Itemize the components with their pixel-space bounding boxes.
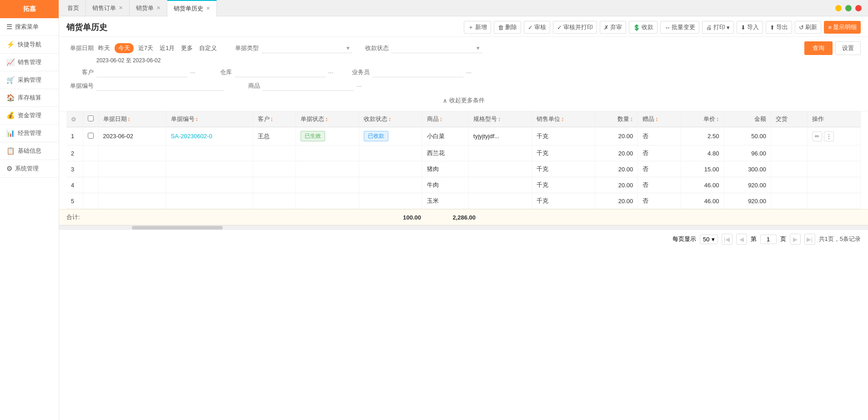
cell-doc-date bbox=[98, 193, 166, 209]
table-settings-icon[interactable]: ⚙ bbox=[71, 116, 76, 123]
col-doc-no[interactable]: 单据编号↕ bbox=[166, 111, 253, 127]
warehouse-input[interactable] bbox=[235, 67, 326, 77]
show-detail-button[interactable]: ≡ 显示明细 bbox=[824, 21, 861, 34]
tab-sales-order[interactable]: 销售订单 ✕ bbox=[86, 0, 130, 16]
first-page-button[interactable]: |◀ bbox=[722, 234, 733, 245]
collapse-label: 收起更多条件 bbox=[449, 96, 485, 105]
next-page-button[interactable]: ▶ bbox=[790, 234, 801, 245]
shortcut-yesterday[interactable]: 昨天 bbox=[96, 43, 112, 53]
collapse-button[interactable]: ∧ 收起更多条件 bbox=[441, 95, 487, 106]
sidebar-item-quick-nav[interactable]: ⚡ 快捷导航 bbox=[0, 36, 59, 54]
shortcut-custom[interactable]: 自定义 bbox=[197, 43, 219, 53]
cell-unit-price: 4.80 bbox=[681, 145, 724, 161]
delete-button[interactable]: 🗑 删除 bbox=[494, 21, 521, 34]
sidebar-item-sales-mgmt[interactable]: 📈 销售管理 bbox=[0, 54, 59, 71]
col-customer[interactable]: 客户↕ bbox=[253, 111, 296, 127]
select-all-checkbox[interactable] bbox=[88, 115, 94, 121]
edit-action-button[interactable]: ✏ bbox=[812, 131, 822, 141]
col-qty[interactable]: 数量↕ bbox=[595, 111, 638, 127]
col-collect-status[interactable]: 收款状态↕ bbox=[359, 111, 422, 127]
goods-ellipsis[interactable]: ··· bbox=[356, 82, 362, 90]
scrollbar-thumb[interactable] bbox=[132, 226, 223, 230]
sidebar: 拓嘉 ☰ 搜索菜单 ⚡ 快捷导航 📈 销售管理 🛒 采购管理 🏠 库存核算 💰 … bbox=[0, 0, 59, 420]
cell-gift: 否 bbox=[638, 177, 681, 193]
total-qty: 100.00 bbox=[103, 214, 421, 221]
spec-sort-icon: ↕ bbox=[498, 115, 501, 122]
col-unit-price[interactable]: 单价↕ bbox=[681, 111, 724, 127]
customer-input[interactable] bbox=[96, 67, 187, 77]
col-doc-status[interactable]: 单据状态↕ bbox=[296, 111, 359, 127]
tab-sales-goods[interactable]: 销货单 ✕ bbox=[130, 0, 167, 16]
shortcut-1month[interactable]: 近1月 bbox=[158, 43, 176, 53]
shortcut-today[interactable]: 今天 bbox=[115, 43, 134, 53]
more-action-button[interactable]: ⋮ bbox=[824, 131, 834, 141]
last-page-button[interactable]: ▶| bbox=[804, 234, 815, 245]
maximize-button[interactable] bbox=[845, 5, 852, 11]
collapse-up-icon: ∧ bbox=[443, 97, 447, 104]
goods-input[interactable] bbox=[263, 81, 354, 91]
table-row: 4 牛肉 千克 20.00 否 46.00 920.00 bbox=[66, 177, 861, 193]
tab-sales-order-close[interactable]: ✕ bbox=[119, 5, 123, 11]
sidebar-item-inventory[interactable]: 🏠 库存核算 bbox=[0, 89, 59, 107]
batch-change-button[interactable]: ↔ 批量变更 bbox=[660, 21, 699, 34]
tab-sales-history-close[interactable]: ✕ bbox=[206, 5, 210, 11]
prev-page-button[interactable]: ◀ bbox=[736, 234, 747, 245]
refresh-icon: ↺ bbox=[799, 24, 804, 31]
row-checkbox[interactable] bbox=[88, 133, 94, 139]
sidebar-item-basic-info[interactable]: 📋 基础信息 bbox=[0, 142, 59, 160]
tab-sales-history[interactable]: 销货单历史 ✕ bbox=[167, 0, 217, 16]
doc-date-sort-icon: ↕ bbox=[128, 115, 131, 122]
collect-status-select[interactable]: ▾ bbox=[391, 43, 482, 53]
cell-doc-no bbox=[166, 193, 253, 209]
page-size-select[interactable]: 50 ▾ bbox=[700, 235, 717, 244]
warehouse-ellipsis[interactable]: ··· bbox=[328, 69, 334, 76]
sidebar-item-system[interactable]: ⚙ 系统管理 bbox=[0, 160, 59, 178]
cell-amount: 300.00 bbox=[724, 161, 771, 177]
collect-status-arrow: ▾ bbox=[477, 45, 480, 51]
doc-no-link[interactable]: SA-20230602-0 bbox=[171, 133, 212, 140]
query-button[interactable]: 查询 bbox=[804, 41, 833, 55]
shortcut-more[interactable]: 更多 bbox=[179, 43, 195, 53]
cell-gift: 否 bbox=[638, 127, 681, 145]
horizontal-scrollbar[interactable] bbox=[59, 225, 868, 230]
tab-sales-goods-label: 销货单 bbox=[136, 4, 154, 12]
sidebar-item-purchase-mgmt[interactable]: 🛒 采购管理 bbox=[0, 71, 59, 89]
abandon-button[interactable]: ✗ 弃审 bbox=[600, 21, 626, 34]
staff-input[interactable] bbox=[372, 67, 463, 77]
cell-doc-no bbox=[166, 161, 253, 177]
cell-qty: 20.00 bbox=[595, 193, 638, 209]
col-action-label: 操作 bbox=[812, 115, 824, 122]
cell-doc-status: 已生效 bbox=[296, 127, 359, 145]
page-input[interactable] bbox=[760, 235, 777, 244]
export-button[interactable]: ⬆ 导出 bbox=[766, 21, 792, 34]
new-button[interactable]: ＋ 新增 bbox=[464, 21, 491, 34]
audit-print-button[interactable]: ✓ 审核并打印 bbox=[553, 21, 597, 34]
close-button[interactable] bbox=[855, 5, 862, 11]
collect-button[interactable]: 💲 收款 bbox=[629, 21, 657, 34]
sidebar-item-operations[interactable]: 📊 经营管理 bbox=[0, 125, 59, 142]
audit-button[interactable]: ✓ 审核 bbox=[524, 21, 550, 34]
customer-ellipsis[interactable]: ··· bbox=[190, 69, 196, 76]
doctype-select[interactable]: ▾ bbox=[261, 43, 352, 53]
shortcut-7days[interactable]: 近7天 bbox=[136, 43, 155, 53]
docno-input[interactable] bbox=[96, 81, 224, 91]
tab-sales-goods-close[interactable]: ✕ bbox=[156, 5, 161, 11]
col-doc-date[interactable]: 单据日期↕ bbox=[98, 111, 166, 127]
goods-label: 商品 bbox=[233, 82, 260, 90]
cell-checkbox bbox=[83, 127, 98, 145]
col-spec[interactable]: 规格型号↕ bbox=[469, 111, 532, 127]
staff-ellipsis[interactable]: ··· bbox=[466, 69, 472, 76]
sidebar-item-search-menu[interactable]: ☰ 搜索菜单 bbox=[0, 18, 59, 36]
col-settings[interactable]: ⚙ bbox=[66, 111, 83, 127]
minimize-button[interactable] bbox=[835, 5, 842, 11]
goods-sort-icon: ↕ bbox=[440, 115, 443, 122]
settings-button[interactable]: 设置 bbox=[835, 41, 861, 55]
import-button[interactable]: ⬇ 导入 bbox=[737, 21, 763, 34]
col-goods[interactable]: 商品↕ bbox=[422, 111, 468, 127]
sidebar-item-finance[interactable]: 💰 资金管理 bbox=[0, 107, 59, 125]
tab-home[interactable]: 首页 bbox=[61, 0, 86, 16]
refresh-button[interactable]: ↺ 刷新 bbox=[795, 21, 821, 34]
col-unit[interactable]: 销售单位↕ bbox=[532, 111, 595, 127]
print-button[interactable]: 🖨 打印 ▾ bbox=[702, 21, 734, 34]
col-gift[interactable]: 赠品↕ bbox=[638, 111, 681, 127]
